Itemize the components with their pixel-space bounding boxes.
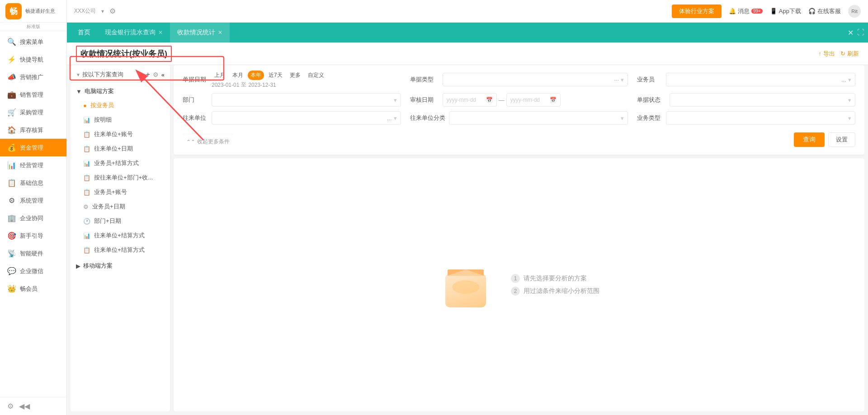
scheme-item-unit-dept-collection[interactable]: 📋 按往来单位+部门+收...	[71, 170, 170, 185]
messages-btn[interactable]: 🔔 消息 99+	[729, 7, 763, 15]
footer-collapse-icon[interactable]: ◀◀	[19, 402, 30, 410]
date-label: 单据日期	[183, 75, 208, 84]
calendar-icon2: 📅	[550, 97, 557, 103]
audit-date-control: yyyy-mm-dd 📅 — yyyy-mm-dd 📅	[443, 93, 628, 107]
sidebar-label-operations: 经营管理	[20, 161, 43, 170]
partner-select[interactable]: ... ▾	[212, 111, 401, 125]
audit-date-from-placeholder: yyyy-mm-dd	[447, 97, 476, 103]
scheme-header-icons: + ⚙ «	[146, 71, 165, 79]
top-header: XXX公司 ▾ ⚙ 体验行业方案 🔔 消息 99+ 📱 App下载 🎧 在线客服…	[67, 0, 868, 23]
app-download-btn[interactable]: 📱 App下载	[770, 7, 801, 15]
date-tab-this-year[interactable]: 本年	[248, 71, 264, 80]
sidebar-label-finance: 资金管理	[20, 144, 43, 152]
scheme-group-desktop-title[interactable]: ▼ 电脑端方案	[71, 85, 170, 98]
tab-home[interactable]: 首页	[71, 23, 98, 42]
page-title-actions: ↑ 导出 ↻ 刷新	[819, 50, 859, 58]
date-tab-this-month[interactable]: 本月	[230, 71, 246, 80]
bank-tab-close[interactable]: ✕	[158, 29, 163, 36]
page-title-bar: 收款情况统计(按业务员) ↑ 导出 ↻ 刷新	[67, 42, 868, 65]
sidebar-item-inventory[interactable]: 🏠 库存核算	[0, 121, 66, 139]
scheme-group-mobile-title[interactable]: ▶ 移动端方案	[71, 259, 170, 273]
trial-button[interactable]: 体验行业方案	[672, 5, 722, 18]
scheme-add-icon[interactable]: +	[146, 71, 150, 79]
sidebar: 畅 畅捷通好生意 标准版 🔍 搜索菜单 ⚡ 快捷导航 📣 营销推广 💼 销售管理…	[0, 0, 67, 415]
collection-tab-close[interactable]: ✕	[218, 29, 222, 36]
refresh-button[interactable]: ↻ 刷新	[840, 50, 859, 58]
dept-select[interactable]: ▾	[212, 93, 401, 107]
footer-settings-icon[interactable]: ⚙	[7, 402, 14, 410]
sidebar-item-sales[interactable]: 💼 销售管理	[0, 86, 66, 104]
sidebar-item-hardware[interactable]: 📡 智能硬件	[0, 245, 66, 262]
date-control: 上月 本月 本年 近7天 更多 自定义 2023-01-01	[212, 71, 401, 89]
salesman-dropdown-icon: ▾	[848, 76, 851, 83]
export-button[interactable]: ↑ 导出	[819, 50, 835, 58]
doc-type-select[interactable]: ··· ▾	[443, 73, 628, 86]
collapse-more-btn[interactable]: ⌃⌃ 收起更多条件	[183, 134, 233, 149]
doc-status-select[interactable]: ▾	[670, 93, 855, 107]
scheme-item-unit-date[interactable]: 📋 往来单位+日期	[71, 141, 170, 156]
sidebar-item-guide[interactable]: 🎯 新手引导	[0, 227, 66, 245]
refresh-icon: ↻	[840, 50, 845, 57]
audit-date-label: 审核日期	[410, 96, 439, 104]
user-avatar[interactable]: Rit	[848, 5, 861, 18]
breadcrumb-dropdown-icon[interactable]: ▾	[101, 8, 104, 14]
scheme-item-by-salesman[interactable]: ● 按业务员	[71, 98, 170, 113]
scheme-item-unit-settlement1[interactable]: 📊 往来单位+结算方式	[71, 228, 170, 243]
scheme-item-dept-date[interactable]: 🕐 部门+日期	[71, 214, 170, 228]
scheme-settings-icon[interactable]: ⚙	[153, 71, 159, 78]
salesman-more-icon[interactable]: ...	[841, 76, 846, 83]
sidebar-item-member[interactable]: 👑 畅会员	[0, 280, 66, 297]
desktop-group-arrow: ▼	[76, 88, 82, 95]
sidebar-item-finance[interactable]: 💰 资金管理	[0, 139, 66, 156]
sidebar-item-system[interactable]: ⚙ 系统管理	[0, 192, 66, 209]
partner-category-select[interactable]: ▾	[449, 111, 628, 125]
scheme-item-unit-settlement2[interactable]: 📋 往来单位+结算方式	[71, 243, 170, 257]
audit-date-to-input[interactable]: yyyy-mm-dd 📅	[506, 93, 561, 107]
hint-text-1: 请先选择要分析的方案	[524, 274, 587, 283]
header-actions: 体验行业方案 🔔 消息 99+ 📱 App下载 🎧 在线客服 Rit	[672, 5, 861, 18]
date-tab-7days[interactable]: 近7天	[266, 71, 285, 80]
sidebar-label-enterprise: 企业协同	[20, 214, 43, 222]
sidebar-item-wechat[interactable]: 💬 企业微信	[0, 262, 66, 280]
sidebar-item-operations[interactable]: 📊 经营管理	[0, 156, 66, 174]
audit-date-from-input[interactable]: yyyy-mm-dd 📅	[443, 93, 497, 107]
sidebar-item-enterprise[interactable]: 🏢 企业协同	[0, 209, 66, 227]
unit-account-icon: 📋	[83, 131, 90, 138]
scheme-collapse-icon[interactable]: «	[161, 71, 165, 78]
business-type-select[interactable]: ▾	[666, 111, 855, 125]
refresh-label: 刷新	[847, 50, 859, 58]
query-button[interactable]: 查询	[794, 132, 825, 147]
sidebar-label-inventory: 库存核算	[20, 126, 43, 134]
salesman-date-icon: ⚙	[83, 203, 89, 210]
tab-close-btn[interactable]: ✕	[848, 28, 854, 37]
scheme-item-salesman-date[interactable]: ⚙ 业务员+日期	[71, 199, 170, 214]
doc-status-label: 单据状态	[637, 96, 666, 104]
salesman-select[interactable]: ... ▾	[666, 73, 855, 86]
sidebar-item-search[interactable]: 🔍 搜索菜单	[0, 33, 66, 51]
scheme-header-arrow: ▼	[76, 72, 80, 77]
scheme-item-unit-account[interactable]: 📋 往来单位+账号	[71, 127, 170, 141]
scheme-item-salesman-account[interactable]: 📋 业务员+账号	[71, 185, 170, 199]
date-tabs: 上月 本月 本年 近7天 更多 自定义	[212, 71, 327, 80]
tab-collection[interactable]: 收款情况统计 ✕	[170, 23, 230, 42]
scheme-item-salesman-settlement[interactable]: 📊 业务员+结算方式	[71, 156, 170, 170]
doc-type-more-icon[interactable]: ···	[614, 76, 619, 83]
scheme-header: ▼ 按以下方案查询 + ⚙ «	[71, 71, 170, 83]
mobile-group-arrow: ▶	[76, 263, 80, 269]
sidebar-item-purchase[interactable]: 🛒 采购管理	[0, 104, 66, 121]
settings-button[interactable]: 设置	[828, 132, 855, 147]
member-icon: 👑	[7, 284, 16, 293]
date-tab-last-month[interactable]: 上月	[212, 71, 228, 80]
sidebar-item-quicknav[interactable]: ⚡ 快捷导航	[0, 51, 66, 68]
sidebar-item-basic[interactable]: 📋 基础信息	[0, 174, 66, 192]
partner-more-icon[interactable]: ...	[387, 115, 392, 122]
scheme-item-by-detail[interactable]: 📊 按明细	[71, 113, 170, 127]
tab-maximize-btn[interactable]: ⛶	[857, 28, 864, 37]
sidebar-item-marketing[interactable]: 📣 营销推广	[0, 68, 66, 86]
header-settings-icon[interactable]: ⚙	[109, 7, 116, 15]
online-service-btn[interactable]: 🎧 在线客服	[808, 7, 841, 15]
tab-bank[interactable]: 现金银行流水查询 ✕	[98, 23, 170, 42]
dept-date-icon: 🕐	[83, 218, 90, 225]
date-tab-custom[interactable]: 自定义	[305, 71, 327, 80]
date-tab-more[interactable]: 更多	[287, 71, 303, 80]
